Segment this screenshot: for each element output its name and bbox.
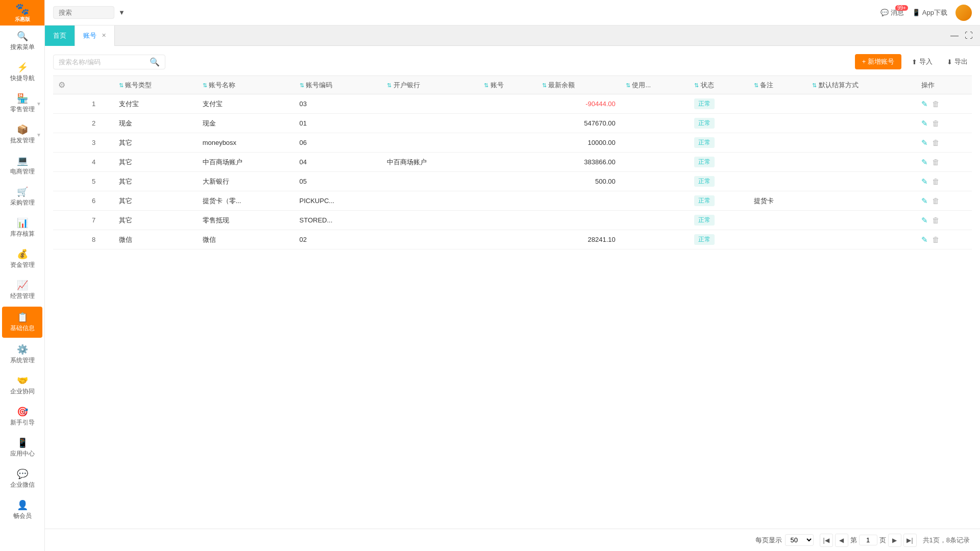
row-account [479,153,537,172]
col-name[interactable]: ⇅ 账号名称 [198,76,295,94]
page-first-button[interactable]: |◀ [820,534,833,547]
sidebar-item-quick-nav[interactable]: ⚡ 快捷导航 [0,57,44,88]
edit-icon[interactable]: ✎ [921,235,928,244]
row-type: 其它 [114,172,198,191]
row-name: 支付宝 [198,94,295,114]
sidebar-item-ecommerce-mgmt[interactable]: 💻 电商管理 [0,150,44,181]
edit-icon[interactable]: ✎ [921,158,928,167]
col-remark[interactable]: ⇅ 备注 [749,76,807,94]
search-icon[interactable]: 🔍 [150,57,160,67]
page-prev-button[interactable]: ◀ [835,534,848,547]
row-default-settlement [807,153,916,172]
row-actions: ✎ 🗑 [916,172,972,191]
row-code: 01 [295,114,382,133]
sidebar-item-basic-info[interactable]: 📋 基础信息 [2,307,42,338]
wechat-icon: 💬 [17,468,28,480]
avatar[interactable] [955,5,972,21]
col-bank[interactable]: ⇅ 开户银行 [382,76,479,94]
sidebar-item-label: 资金管理 [10,261,35,269]
delete-icon[interactable]: 🗑 [932,216,940,225]
sidebar-item-search-menu[interactable]: 🔍 搜索菜单 [0,26,44,57]
edit-icon[interactable]: ✎ [921,119,928,128]
col-account[interactable]: ⇅ 账号 [479,76,537,94]
tab-home[interactable]: 首页 [45,26,75,46]
sidebar-item-enterprise-wechat[interactable]: 💬 企业微信 [0,463,44,494]
row-balance: 383866.00 [537,153,621,172]
capital-icon: 💰 [17,248,28,260]
retail-icon: 🏪 [17,93,28,104]
edit-icon[interactable]: ✎ [921,138,928,147]
import-icon: ⬆ [912,58,917,66]
tab-minimize-icon[interactable]: — [947,31,962,40]
sidebar-item-member[interactable]: 👤 畅会员 [0,494,44,525]
row-settings-cell [53,114,87,133]
delete-icon[interactable]: 🗑 [932,99,940,109]
row-bank [382,172,479,191]
col-balance[interactable]: ⇅ 最新余额 [537,76,621,94]
page-next-button[interactable]: ▶ [888,534,901,547]
col-default-settlement[interactable]: ⇅ 默认结算方式 [807,76,916,94]
sidebar-item-system-mgmt[interactable]: ⚙️ 系统管理 [0,339,44,370]
sidebar-item-enterprise-agreement[interactable]: 🤝 企业协同 [0,370,44,401]
page-last-button[interactable]: ▶| [903,534,917,547]
topbar-message[interactable]: 💬 消息 99+ [880,8,904,17]
col-settings[interactable]: ⚙ [53,76,87,94]
search-menu-icon: 🔍 [17,31,28,42]
row-remark [749,153,807,172]
add-account-button[interactable]: + 新增账号 [855,54,901,69]
edit-icon[interactable]: ✎ [921,177,928,186]
delete-icon[interactable]: 🗑 [932,196,940,206]
tab-maximize-icon[interactable]: ⛶ [962,31,976,40]
edit-icon[interactable]: ✎ [921,99,928,109]
row-actions: ✎ 🗑 [916,153,972,172]
sidebar-item-app-center[interactable]: 📱 应用中心 [0,432,44,463]
export-button[interactable]: ⬇ 导出 [943,55,972,68]
row-usage [621,211,690,230]
status-badge: 正常 [694,137,715,148]
settings-col-icon[interactable]: ⚙ [58,81,65,89]
col-usage[interactable]: ⇅ 使用... [621,76,690,94]
delete-icon[interactable]: 🗑 [932,119,940,128]
sidebar-item-retail-mgmt[interactable]: 🏪 零售管理 ▼ [0,88,44,119]
row-num: 2 [87,114,114,133]
col-code[interactable]: ⇅ 账号编码 [295,76,382,94]
delete-icon[interactable]: 🗑 [932,235,940,244]
delete-icon[interactable]: 🗑 [932,138,940,147]
import-button[interactable]: ⬆ 导入 [908,55,937,68]
search-input[interactable] [59,58,146,66]
status-badge: 正常 [694,118,715,129]
row-status: 正常 [689,191,748,211]
sidebar-item-operations-mgmt[interactable]: 📈 经营管理 [0,274,44,306]
row-status: 正常 [689,114,748,133]
app-center-icon: 📱 [17,437,28,448]
sidebar-item-wholesale-mgmt[interactable]: 📦 批发管理 ▼ [0,119,44,150]
row-actions: ✎ 🗑 [916,133,972,153]
edit-icon[interactable]: ✎ [921,196,928,206]
col-status[interactable]: ⇅ 状态 [689,76,748,94]
tab-close-icon[interactable]: ✕ [102,32,106,39]
sidebar-item-capital-mgmt[interactable]: 💰 资金管理 [0,243,44,274]
topbar-app-download[interactable]: 📱 App下载 [912,8,947,17]
row-account [479,114,537,133]
delete-icon[interactable]: 🗑 [932,177,940,186]
sidebar-item-inventory-calc[interactable]: 📊 库存核算 [0,212,44,243]
tab-accounts[interactable]: 账号 ✕ [75,26,115,46]
topbar-search-input[interactable] [53,6,114,19]
sidebar-item-purchase-mgmt[interactable]: 🛒 采购管理 [0,181,44,212]
search-box: 🔍 [53,55,165,69]
row-num: 1 [87,94,114,114]
page-size-select[interactable]: 50 100 200 [785,534,814,546]
page-number-input[interactable] [859,535,877,545]
col-type[interactable]: ⇅ 账号类型 [114,76,198,94]
sidebar-item-label: 快捷导航 [10,74,35,83]
row-account [479,172,537,191]
row-num: 8 [87,230,114,249]
row-default-settlement [807,230,916,249]
purchase-icon: 🛒 [17,186,28,197]
home-tab-label: 首页 [53,31,66,40]
delete-icon[interactable]: 🗑 [932,158,940,167]
topbar-dropdown[interactable]: ▼ [118,9,125,16]
edit-icon[interactable]: ✎ [921,216,928,225]
sidebar-item-beginner-guide[interactable]: 🎯 新手引导 [0,401,44,432]
operations-icon: 📈 [17,280,28,291]
